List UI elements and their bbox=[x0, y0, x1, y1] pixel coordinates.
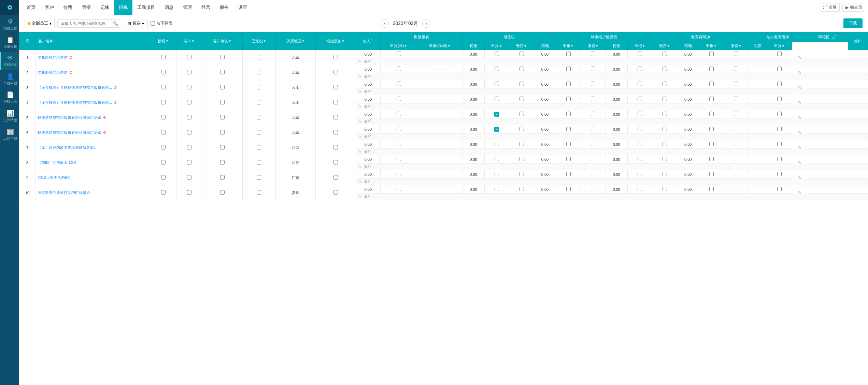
company-name[interactable]: （库存核算）直播畅捷通信息技术股份有限... ⊙ bbox=[35, 80, 150, 95]
stamp-declare[interactable] bbox=[767, 80, 792, 88]
nav-fee[interactable]: 收费 bbox=[59, 0, 77, 15]
edu-declare[interactable] bbox=[627, 185, 652, 194]
checkbox-cell-input[interactable] bbox=[777, 187, 782, 191]
edit-icon[interactable]: ✎ bbox=[798, 115, 801, 120]
employee-filter-select[interactable]: 全部员工 ▾ bbox=[25, 19, 55, 28]
checkbox-cell-input[interactable] bbox=[591, 112, 595, 116]
nav-client[interactable]: 客户 bbox=[40, 0, 59, 15]
checkbox-cell-input[interactable] bbox=[187, 55, 191, 59]
local-pay[interactable] bbox=[724, 185, 749, 194]
checkbox-cell-input[interactable] bbox=[220, 85, 225, 89]
nav-operation[interactable]: 经营 bbox=[197, 0, 215, 15]
local-declare[interactable] bbox=[699, 95, 724, 103]
edit-icon[interactable]: ✎ bbox=[798, 100, 801, 105]
chaoshui-cell[interactable] bbox=[150, 95, 176, 110]
local-pay[interactable] bbox=[724, 65, 749, 73]
local-declare[interactable] bbox=[699, 110, 724, 118]
membership-btn[interactable]: ▶ 畅会员 bbox=[842, 3, 865, 12]
checkbox-cell-input[interactable] bbox=[520, 97, 524, 101]
local-pay[interactable] bbox=[724, 155, 749, 163]
edu-declare[interactable] bbox=[627, 140, 652, 148]
checkbox-cell-input[interactable] bbox=[663, 187, 667, 191]
confirm-cell[interactable] bbox=[202, 95, 242, 110]
local-pay[interactable] bbox=[724, 110, 749, 118]
sidebar-item-geshui[interactable]: 👤 个税申报 bbox=[0, 70, 19, 88]
caibao-year[interactable] bbox=[381, 95, 417, 103]
paid-cell[interactable] bbox=[242, 95, 275, 110]
company-name[interactable]: 勿删新锐网络通信 ⊙ bbox=[35, 65, 150, 80]
checkbox-cell-input[interactable] bbox=[777, 127, 782, 131]
checkbox-cell-input[interactable] bbox=[520, 127, 524, 131]
qingka-cell[interactable] bbox=[176, 170, 202, 185]
company-link[interactable]: 测试斯春的凭证打印的时候是否 bbox=[38, 190, 90, 195]
vat-declare[interactable] bbox=[484, 170, 509, 179]
chaoshui-cell[interactable] bbox=[150, 170, 176, 185]
checkbox-cell-input[interactable] bbox=[397, 187, 401, 191]
checkbox-cell-input[interactable] bbox=[161, 85, 166, 89]
name-checkbox[interactable] bbox=[151, 21, 155, 26]
checkbox-cell-input[interactable] bbox=[709, 52, 714, 56]
note-edit-icon[interactable]: ✎ bbox=[359, 60, 361, 63]
checkbox-cell-input[interactable] bbox=[257, 175, 261, 180]
chaoshui-cell[interactable] bbox=[150, 50, 176, 65]
device-cell[interactable] bbox=[316, 80, 356, 95]
company-link[interactable]: 勿删新锐网络通信 bbox=[38, 55, 68, 59]
checkbox-cell-input[interactable] bbox=[591, 97, 595, 101]
checkbox-cell-input[interactable] bbox=[663, 97, 667, 101]
stamp-declare[interactable] bbox=[767, 185, 792, 194]
company-name[interactable]: （原）误删勿改李艳珍测试所客新1 bbox=[35, 140, 150, 155]
checkbox-cell-input[interactable] bbox=[566, 172, 571, 176]
qingka-cell[interactable] bbox=[176, 110, 202, 125]
checkbox-cell-input[interactable] bbox=[333, 145, 338, 149]
checkbox-cell-input[interactable] bbox=[161, 70, 166, 74]
paid-cell[interactable] bbox=[242, 140, 275, 155]
note-edit-icon[interactable]: ✎ bbox=[359, 120, 361, 124]
checkbox-cell-input[interactable] bbox=[187, 130, 191, 134]
checkbox-cell-input[interactable] bbox=[257, 190, 261, 195]
nav-industrial[interactable]: 工商项目 bbox=[132, 0, 160, 15]
local-pay[interactable] bbox=[724, 50, 749, 58]
checkbox-cell-input[interactable] bbox=[397, 52, 401, 56]
nav-service[interactable]: 服务 bbox=[215, 0, 233, 15]
checkbox-cell-input[interactable] bbox=[220, 70, 225, 74]
checkbox-cell-input[interactable] bbox=[709, 67, 714, 71]
caibao-year[interactable] bbox=[381, 140, 417, 148]
sidebar-item-huisuan[interactable]: 📊 汇算清缴 bbox=[0, 107, 19, 125]
checkbox-cell-input[interactable] bbox=[663, 142, 667, 146]
checkbox-cell-input[interactable] bbox=[397, 142, 401, 146]
edu-declare[interactable] bbox=[627, 65, 652, 73]
city-pay[interactable] bbox=[581, 80, 606, 88]
edu-pay[interactable] bbox=[652, 110, 677, 118]
checkbox-cell-input[interactable] bbox=[257, 160, 261, 165]
checkbox-cell-input[interactable] bbox=[187, 85, 191, 89]
checkbox-cell-input[interactable] bbox=[397, 82, 401, 86]
city-declare[interactable] bbox=[556, 170, 581, 179]
city-declare[interactable] bbox=[556, 65, 581, 73]
qingka-cell[interactable] bbox=[176, 125, 202, 140]
checkbox-cell-input[interactable] bbox=[591, 52, 595, 56]
vat-declare[interactable] bbox=[484, 50, 509, 58]
fullscreen-btn[interactable]: ⛶ 全屏 bbox=[820, 3, 840, 12]
checkbox-cell-input[interactable] bbox=[161, 175, 166, 180]
city-pay[interactable] bbox=[581, 50, 606, 58]
vat-pay[interactable] bbox=[509, 95, 534, 103]
checkbox-cell-input[interactable] bbox=[333, 115, 338, 119]
checkbox-cell-input[interactable] bbox=[734, 82, 738, 86]
checkbox-cell-input[interactable] bbox=[187, 100, 191, 104]
checkbox-cell-input[interactable] bbox=[734, 142, 738, 146]
note-edit-icon[interactable]: ✎ bbox=[359, 105, 361, 109]
checkbox-cell-input[interactable] bbox=[638, 97, 642, 101]
checkbox-cell-input[interactable] bbox=[591, 187, 595, 191]
edit-icon[interactable]: ✎ bbox=[798, 145, 801, 150]
caibao-year[interactable] bbox=[381, 185, 417, 194]
checkbox-cell-input[interactable] bbox=[520, 112, 524, 116]
checkbox-cell-input[interactable] bbox=[709, 142, 714, 146]
city-pay[interactable] bbox=[581, 170, 606, 179]
city-pay[interactable] bbox=[581, 185, 606, 194]
city-declare[interactable] bbox=[556, 50, 581, 58]
confirm-cell[interactable] bbox=[202, 125, 242, 140]
checkbox-cell-input[interactable] bbox=[663, 172, 667, 176]
city-pay[interactable] bbox=[581, 140, 606, 148]
sidebar-item-baoshuishezhi[interactable]: ⚙ 报税设置 bbox=[0, 15, 19, 33]
checkbox-cell-input[interactable] bbox=[520, 52, 524, 56]
